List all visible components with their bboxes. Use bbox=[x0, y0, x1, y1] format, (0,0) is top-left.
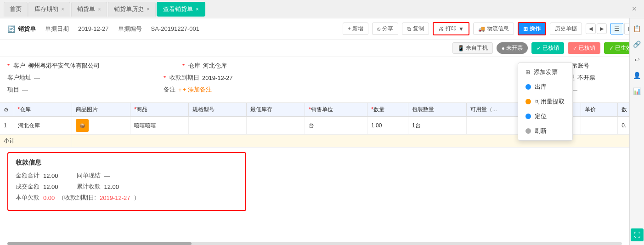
main-content: 🔄 销货单 单据日期 2019-12-27 单据编号 SA-20191227-0… bbox=[0, 18, 644, 245]
sidebar-return-icon[interactable]: ↩ bbox=[631, 53, 644, 66]
row-pack: 1台 bbox=[408, 117, 467, 135]
new-button[interactable]: + 新增 bbox=[343, 23, 368, 35]
payment-title: 收款信息 bbox=[16, 159, 238, 167]
row-price bbox=[581, 117, 618, 135]
operate-button[interactable]: ⊞ 操作 bbox=[518, 22, 546, 35]
copy-button[interactable]: ⧉ 复制 bbox=[402, 23, 429, 35]
deal-amount: 成交金额 12.00 bbox=[16, 182, 58, 191]
history-button[interactable]: 历史单据 bbox=[550, 23, 582, 35]
verify-button[interactable]: ✓ 已核销 bbox=[531, 42, 564, 54]
print-icon: 🖨 bbox=[438, 26, 444, 32]
tab-sales-history-close[interactable]: × bbox=[147, 6, 150, 12]
dropdown-add-invoice[interactable]: ⊞ 添加发票 bbox=[518, 65, 572, 80]
view-list-button[interactable]: ☰ bbox=[610, 23, 623, 34]
warehouse-field: * 仓库 河北仓库 bbox=[182, 62, 274, 70]
sidebar-link-icon[interactable]: 🔗 bbox=[631, 38, 644, 51]
payment-row-2: 成交金额 12.00 累计收款 12.00 bbox=[16, 182, 238, 191]
subtotal-label: 小计 bbox=[0, 135, 72, 148]
doc-icon: 🔄 bbox=[7, 25, 15, 33]
tab-home[interactable]: 首页 bbox=[4, 2, 28, 17]
tab-inventory-close[interactable]: × bbox=[61, 6, 64, 12]
address-field: 客户地址 — bbox=[7, 74, 99, 82]
refresh-icon bbox=[525, 128, 531, 134]
add-note-icon: + bbox=[178, 86, 182, 93]
toolbar-row: 📱 来自手机 ● 未开票 ✓ 已核销 ✓ 已核销 ✓ 已生效 bbox=[0, 40, 644, 57]
doc-title: 销货单 bbox=[18, 25, 36, 33]
row-min-stock bbox=[247, 117, 305, 135]
due-date-field: * 收款到期日 2019-12-27 bbox=[164, 74, 255, 82]
available-icon bbox=[525, 99, 531, 104]
date-label: 单据日期 bbox=[45, 25, 69, 33]
tab-view-sales-close[interactable]: × bbox=[196, 6, 199, 12]
same-order: 同单现结 — bbox=[77, 171, 110, 180]
col-settings[interactable]: ⚙ bbox=[0, 103, 14, 117]
payment-section: 收款信息 金额合计 12.00 同单现结 — 成交金额 12.00 累计收款 bbox=[7, 152, 246, 211]
doc-actions: + 新增 ⎋ 分享 ⧉ 复制 🖨 打印 ▼ 🚚 物流信息 bbox=[343, 22, 637, 35]
col-image: 商品图片 bbox=[72, 103, 130, 117]
logistics-icon: 🚚 bbox=[478, 26, 485, 32]
col-min-stock: 最低库存 bbox=[247, 103, 305, 117]
col-product: *商品 bbox=[130, 103, 188, 117]
next-button[interactable]: ▶ bbox=[597, 23, 607, 34]
date-value: 2019-12-27 bbox=[78, 25, 109, 32]
phone-icon: 📱 bbox=[458, 45, 464, 51]
dropdown-locate[interactable]: 定位 bbox=[518, 109, 572, 124]
total-amount: 金额合计 12.00 bbox=[16, 171, 58, 180]
col-warehouse: *仓库 bbox=[14, 103, 72, 117]
doc-header: 🔄 销货单 单据日期 2019-12-27 单据编号 SA-20191227-0… bbox=[0, 18, 644, 40]
owe-amount: 本单欠款 0.00 （收款到期日: 2019-12-27 ） bbox=[16, 194, 140, 202]
share-icon: ⎋ bbox=[377, 26, 380, 32]
logistics-button[interactable]: 🚚 物流信息 bbox=[473, 23, 514, 35]
tab-inventory[interactable]: 库存期初 × bbox=[28, 2, 70, 17]
tab-sales-history[interactable]: 销货单历史 × bbox=[108, 2, 156, 17]
unopened-button[interactable]: ● 未开票 bbox=[497, 42, 528, 54]
sidebar-chart-icon[interactable]: 📊 bbox=[631, 85, 644, 97]
share-button[interactable]: ⎋ 分享 bbox=[372, 23, 398, 35]
cumulative-payment: 累计收款 12.00 bbox=[77, 182, 119, 191]
add-note-button[interactable]: + + 添加备注 bbox=[178, 85, 212, 94]
col-pack: 包装数量 bbox=[408, 103, 467, 117]
print-button[interactable]: 🖨 打印 ▼ bbox=[433, 22, 469, 35]
tab-view-sales[interactable]: 查看销货单 × bbox=[157, 2, 205, 17]
col-spec: 规格型号 bbox=[188, 103, 247, 117]
sidebar-clipboard-icon[interactable]: 📋 bbox=[631, 22, 644, 35]
operate-dropdown: ⊞ 添加发票 出库 可用量提取 定位 刷新 bbox=[518, 63, 573, 141]
product-image: 📦 bbox=[76, 119, 89, 132]
verify-icon: ✓ bbox=[537, 45, 541, 51]
tab-sales-close[interactable]: × bbox=[98, 6, 101, 12]
sidebar-expand-icon[interactable]: ⛶ bbox=[631, 228, 644, 241]
ticket-icon: ● bbox=[502, 45, 505, 51]
row-qty: 1.00 bbox=[367, 117, 408, 135]
tab-sales[interactable]: 销货单 × bbox=[71, 2, 107, 17]
operate-icon: ⊞ bbox=[523, 26, 528, 32]
note-field: 备注 + + 添加备注 bbox=[164, 85, 255, 94]
window-close-button[interactable]: × bbox=[628, 4, 640, 14]
from-phone-button[interactable]: 📱 来自手机 bbox=[452, 42, 493, 54]
cancelled-icon: ✓ bbox=[573, 45, 577, 51]
row-spec bbox=[188, 117, 247, 135]
doc-meta: 单据日期 2019-12-27 单据编号 SA-20191227-001 bbox=[45, 25, 343, 33]
dropdown-available[interactable]: 可用量提取 bbox=[518, 94, 572, 109]
row-unit: 台 bbox=[305, 117, 367, 135]
customer-field: * 客户 柳州粤港平安气体有限公司 bbox=[7, 62, 100, 70]
project-field: 项目 — bbox=[7, 85, 99, 94]
row-warehouse: 河北仓库 bbox=[14, 117, 72, 135]
outbound-icon bbox=[525, 84, 531, 90]
sidebar-user-icon[interactable]: 👤 bbox=[631, 69, 644, 82]
tab-bar: 首页 库存期初 × 销货单 × 销货单历史 × 查看销货单 × × bbox=[0, 0, 644, 18]
row-image: 📦 bbox=[72, 117, 130, 135]
dropdown-outbound[interactable]: 出库 bbox=[518, 80, 572, 94]
effective-icon: ✓ bbox=[609, 45, 614, 51]
row-num: 1 bbox=[0, 117, 14, 135]
prev-button[interactable]: ◀ bbox=[586, 23, 596, 34]
dropdown-refresh[interactable]: 刷新 bbox=[518, 124, 572, 138]
number-label: 单据编号 bbox=[118, 25, 142, 33]
number-value: SA-20191227-001 bbox=[151, 25, 200, 32]
cancelled-button[interactable]: ✓ 已核销 bbox=[568, 42, 600, 54]
row-product: 嘻嘻嘻嘻 bbox=[130, 117, 188, 135]
locate-icon bbox=[525, 114, 531, 119]
copy-icon: ⧉ bbox=[407, 26, 411, 32]
right-sidebar: 📋 🔗 ↩ 👤 📊 ⛶ bbox=[629, 18, 644, 245]
col-unit: *销售单位 bbox=[305, 103, 367, 117]
col-price: 单价 bbox=[581, 103, 618, 117]
